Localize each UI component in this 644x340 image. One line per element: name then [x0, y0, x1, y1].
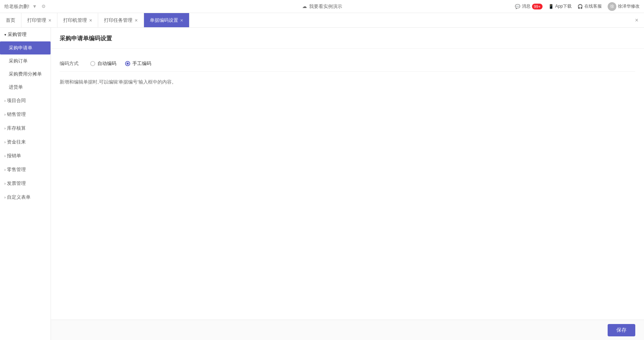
radio-manual-label: 手工编码 [132, 60, 151, 67]
tab-printer-management[interactable]: 打印机管理 × [57, 13, 98, 27]
sales-arrow-icon: › [4, 113, 5, 117]
sidebar-group-procurement-title[interactable]: ▾ 采购管理 [0, 28, 51, 41]
messages-badge: 99+ [532, 4, 543, 9]
content-header: 采购申请单编码设置 [51, 28, 644, 49]
user-profile-button[interactable]: 徐 徐泽华修改 [608, 2, 640, 11]
messages-button[interactable]: 💬 消息 99+ [515, 3, 543, 9]
content-body: 编码方式 自动编码 手工编码 新增和编辑单据时,可以编辑'单据编号'输入框中的内… [51, 49, 644, 320]
top-bar-center-text[interactable]: 我要看实例演示 [309, 3, 342, 10]
avatar: 徐 [608, 2, 616, 11]
sidebar-item-project-contract[interactable]: › 项目合同 [0, 94, 51, 108]
sidebar: ▾ 采购管理 采购申请单 采购订单 采购费用分摊单 进货单 › 项目合同 › 销… [0, 28, 51, 340]
message-icon: 💬 [515, 4, 520, 9]
encoding-mode-row: 编码方式 自动编码 手工编码 [60, 56, 635, 72]
sidebar-group-procurement-label: 采购管理 [8, 31, 27, 38]
project-contract-arrow-icon: › [4, 99, 5, 103]
tab-home[interactable]: 首页 [0, 13, 21, 27]
content-footer: 保存 [51, 320, 644, 340]
sidebar-item-returns[interactable]: › 报销单 [0, 149, 51, 163]
sidebar-item-sales[interactable]: › 销售管理 [0, 108, 51, 121]
top-bar-right: 💬 消息 99+ 📱 App下载 🎧 在线客服 徐 徐泽华修改 [515, 2, 640, 11]
sidebar-item-stock-in[interactable]: 进货单 [0, 81, 51, 94]
top-bar-center: ☁ 我要看实例演示 [302, 3, 342, 10]
messages-label: 消息 [522, 3, 531, 9]
top-bar-logo-text: 给老板勿删! [4, 3, 29, 10]
radio-auto-label: 自动编码 [97, 60, 116, 67]
service-icon: 🎧 [577, 4, 583, 9]
tab-single-code-label: 单据编码设置 [150, 17, 178, 24]
user-name-label: 徐泽华修改 [618, 3, 640, 9]
app-download-button[interactable]: 📱 App下载 [548, 3, 572, 9]
tab-bar: 首页 打印管理 × 打印机管理 × 打印任务管理 × 单据编码设置 × × [0, 13, 644, 28]
tab-single-code-close[interactable]: × [180, 17, 183, 23]
radio-auto-encoding[interactable]: 自动编码 [90, 60, 116, 67]
content-area: 采购申请单编码设置 编码方式 自动编码 手工编码 新增和编辑单据时,可以编辑'单… [51, 28, 644, 340]
retail-arrow-icon: › [4, 168, 5, 172]
cloud-icon: ☁ [302, 4, 307, 9]
returns-arrow-icon: › [4, 154, 5, 158]
tab-print-management[interactable]: 打印管理 × [21, 13, 57, 27]
invoice-arrow-icon: › [4, 182, 5, 186]
tab-print-task-management[interactable]: 打印任务管理 × [98, 13, 144, 27]
sidebar-item-purchase-order[interactable]: 采购订单 [0, 54, 51, 68]
inventory-arrow-icon: › [4, 126, 5, 130]
encoding-mode-label: 编码方式 [60, 60, 81, 67]
tab-print-management-label: 打印管理 [27, 17, 46, 24]
sidebar-item-retail[interactable]: › 零售管理 [0, 163, 51, 177]
sidebar-item-invoice[interactable]: › 发票管理 [0, 177, 51, 190]
tab-home-label: 首页 [6, 17, 15, 24]
tab-print-management-close[interactable]: × [48, 17, 51, 23]
sidebar-item-custom-forms[interactable]: › 自定义表单 [0, 190, 51, 204]
tab-print-task-label: 打印任务管理 [104, 17, 132, 24]
top-bar: 给老板勿删! ▼ ⚙ ☁ 我要看实例演示 💬 消息 99+ 📱 App下载 🎧 … [0, 0, 644, 13]
save-button[interactable]: 保存 [608, 324, 635, 336]
main-layout: ▾ 采购管理 采购申请单 采购订单 采购费用分摊单 进货单 › 项目合同 › 销… [0, 28, 644, 340]
page-title: 采购申请单编码设置 [60, 35, 112, 41]
radio-auto-circle[interactable] [90, 61, 95, 66]
radio-manual-circle[interactable] [125, 61, 130, 66]
settings-icon[interactable]: ⚙ [41, 4, 46, 9]
radio-manual-encoding[interactable]: 手工编码 [125, 60, 151, 67]
tab-single-code-setting[interactable]: 单据编码设置 × [144, 13, 189, 27]
funds-arrow-icon: › [4, 140, 5, 144]
procurement-arrow-icon: ▾ [4, 33, 6, 37]
tab-printer-management-close[interactable]: × [89, 17, 92, 23]
sidebar-item-purchase-request[interactable]: 采购申请单 [0, 41, 51, 54]
sidebar-item-purchase-expense[interactable]: 采购费用分摊单 [0, 68, 51, 81]
sidebar-group-procurement: ▾ 采购管理 采购申请单 采购订单 采购费用分摊单 进货单 [0, 28, 51, 94]
download-icon: 📱 [548, 4, 554, 9]
top-bar-left: 给老板勿删! ▼ ⚙ [4, 3, 46, 10]
custom-forms-arrow-icon: › [4, 195, 5, 199]
dropdown-icon[interactable]: ▼ [32, 4, 37, 9]
app-download-label: App下载 [555, 3, 572, 9]
tab-close-all-button[interactable]: × [629, 13, 644, 28]
online-service-label: 在线客服 [584, 3, 602, 9]
sidebar-item-funds[interactable]: › 资金往来 [0, 135, 51, 149]
online-service-button[interactable]: 🎧 在线客服 [577, 3, 602, 9]
tab-print-task-close[interactable]: × [135, 17, 137, 23]
tab-printer-management-label: 打印机管理 [63, 17, 87, 24]
hint-text: 新增和编辑单据时,可以编辑'单据编号'输入框中的内容。 [60, 79, 635, 85]
sidebar-item-inventory[interactable]: › 库存核算 [0, 121, 51, 135]
